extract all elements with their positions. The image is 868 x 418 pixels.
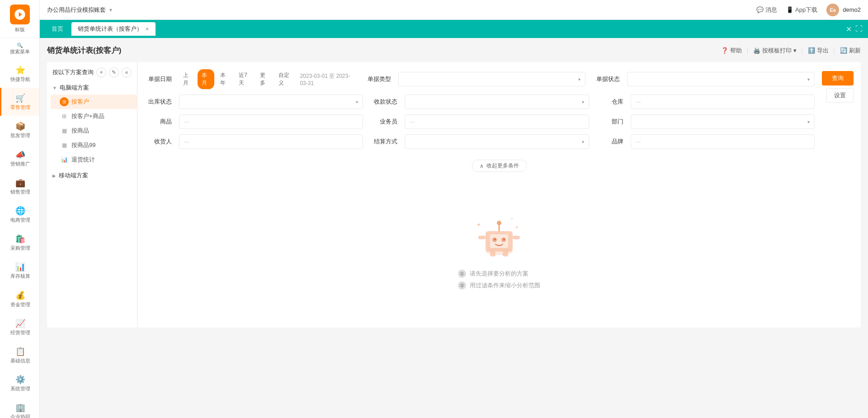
out-status-field[interactable]: ▾ [179, 95, 363, 109]
user-info[interactable]: Ea demo2 [826, 4, 861, 16]
message-action[interactable]: 💬 消息 [756, 6, 777, 14]
empty-hint-2: ② 用过滤条件来缩小分析范围 [458, 281, 540, 290]
tree-mobile-parent[interactable]: ▶ 移动端方案 [47, 169, 137, 182]
search-label: 搜索菜单 [2, 48, 38, 55]
tab-home[interactable]: 首页 [45, 22, 70, 36]
brand-label: 品牌 [596, 138, 623, 146]
help-icon: ❓ [721, 47, 728, 54]
return-stat-icon: 📊 [60, 155, 69, 164]
edit-scheme-btn[interactable]: ✎ [109, 67, 119, 77]
divider-1 [747, 47, 748, 54]
tab-close-window-btn[interactable]: ✕ [846, 25, 852, 33]
retail-icon: 🛒 [15, 93, 25, 103]
marketing-label: 营销推广 [10, 161, 30, 167]
order-status-field[interactable]: ▾ [627, 72, 815, 86]
warehouse-field[interactable]: ··· [631, 95, 815, 109]
department-field[interactable]: ▾ [631, 114, 815, 129]
sidebar-item-quicknav[interactable]: ⭐ 快捷导航 [0, 60, 39, 88]
app-download-label: App下载 [795, 6, 817, 14]
print-action[interactable]: 🖨️ 按模板打印 ▾ [753, 47, 797, 55]
top-header: 办公用品行业模拟账套 ▾ 💬 消息 📱 App下载 Ea demo2 [40, 0, 868, 20]
brand-field[interactable]: ··· [631, 134, 815, 149]
salesperson-field[interactable]: ··· [405, 114, 589, 129]
goods-field[interactable]: ··· [179, 114, 363, 129]
export-action[interactable]: ⬆️ 导出 [808, 47, 829, 55]
sidebar-item-marketing[interactable]: 📣 营销推广 [0, 144, 39, 172]
empty-state: ✦ ✦ ✦ ① 请先选择要分析的方案 ② [145, 179, 854, 320]
date-btn-custom[interactable]: 自定义 [274, 69, 296, 89]
tree-child-by-customer-goods[interactable]: ⊞ 按客户+商品 [51, 109, 137, 124]
tree-child-by-goods-99[interactable]: ▦ 按商品99 [51, 138, 137, 152]
setting-button[interactable]: 设置 [826, 88, 854, 103]
warehouse-dots[interactable]: ··· [636, 98, 641, 105]
main-area: 办公用品行业模拟账套 ▾ 💬 消息 📱 App下载 Ea demo2 首页 销货… [40, 0, 868, 418]
sidebar-item-finance[interactable]: 💰 资金管理 [0, 285, 39, 313]
svg-point-8 [497, 221, 501, 225]
quicknav-label: 快捷导航 [10, 76, 30, 82]
sidebar-search-item[interactable]: 🔍 搜索菜单 [0, 38, 39, 60]
filter-row-2: 出库状态 ▾ 收款状态 ▾ 仓库 [145, 95, 815, 109]
date-btn-last-month[interactable]: 上月 [179, 69, 196, 89]
date-btn-more[interactable]: 更多 [256, 69, 273, 89]
sidebar-item-retail[interactable]: 🛒 零售管理 [0, 88, 39, 116]
header-dropdown-icon[interactable]: ▾ [109, 7, 112, 13]
filter-row-3: 商品 ··· 业务员 ··· 部门 [145, 114, 815, 129]
tree-group-mobile: ▶ 移动端方案 [47, 169, 137, 182]
order-type-field[interactable]: ▾ [398, 72, 586, 86]
sidebar-item-system[interactable]: ⚙️ 系统管理 [0, 369, 39, 397]
sidebar-item-wholesale[interactable]: 📦 批发管理 [0, 116, 39, 144]
help-label: 帮助 [730, 47, 742, 55]
help-action[interactable]: ❓ 帮助 [721, 47, 742, 55]
sidebar-item-ecommerce[interactable]: 🌐 电商管理 [0, 200, 39, 228]
sidebar-item-enterprise[interactable]: 🏢 企业协同 [0, 397, 39, 418]
date-btn-7days[interactable]: 近7天 [235, 69, 254, 89]
order-type-label: 单据类型 [364, 75, 391, 83]
brand-dots[interactable]: ··· [636, 138, 641, 145]
tree-desktop-parent[interactable]: ▼ 电脑端方案 [47, 81, 137, 95]
tab-close-icon[interactable]: ✕ [145, 26, 149, 32]
page-header: 销货单统计表(按客户) ❓ 帮助 🖨️ 按模板打印 ▾ ⬆️ [47, 45, 861, 56]
refresh-label: 刷新 [849, 47, 861, 55]
collection-status-field[interactable]: ▾ [405, 95, 589, 109]
collection-status-arrow: ▾ [582, 100, 584, 104]
receiver-field[interactable]: ··· [179, 134, 363, 149]
refresh-icon: 🔄 [840, 47, 847, 54]
app-download-action[interactable]: 📱 App下载 [786, 6, 817, 14]
tab-sales-stat[interactable]: 销货单统计表（按客户） ✕ [71, 22, 156, 36]
order-status-arrow: ▾ [807, 77, 810, 82]
tree-child-return-stat[interactable]: 📊 退货统计 [51, 152, 137, 167]
tab-maximize-btn[interactable]: ⛶ [855, 25, 863, 33]
receiver-dots[interactable]: ··· [184, 138, 189, 145]
logo-text: 标版 [15, 26, 25, 33]
svg-text:✦: ✦ [476, 222, 481, 228]
query-button[interactable]: 查询 [822, 71, 854, 86]
payment-field[interactable]: ▾ [405, 134, 589, 149]
query-btn-group: 查询 设置 [822, 69, 854, 103]
salesperson-dots[interactable]: ··· [410, 118, 415, 125]
tree-arrow-right: ▶ [52, 173, 56, 178]
by-goods-99-label: 按商品99 [71, 141, 95, 149]
message-icon: 💬 [756, 6, 764, 13]
add-scheme-btn[interactable]: + [96, 67, 106, 77]
collapse-panel-btn[interactable]: « [122, 67, 132, 77]
tree-child-by-customer[interactable]: 按 按客户 [51, 95, 137, 109]
sidebar-item-purchase[interactable]: 🛍️ 采购管理 [0, 228, 39, 256]
sidebar-item-inventory[interactable]: 📊 库存核算 [0, 256, 39, 285]
refresh-action[interactable]: 🔄 刷新 [840, 47, 861, 55]
avatar: Ea [826, 4, 839, 16]
sidebar-item-sales[interactable]: 💼 销售管理 [0, 172, 39, 200]
goods-dots[interactable]: ··· [184, 118, 189, 125]
left-panel-actions: + ✎ « [96, 67, 132, 77]
by-customer-goods-icon: ⊞ [60, 112, 69, 121]
sidebar-item-operations[interactable]: 📈 经营管理 [0, 313, 39, 341]
svg-rect-9 [478, 236, 486, 239]
date-btn-this-year[interactable]: 本年 [216, 69, 233, 89]
operations-icon: 📈 [15, 318, 25, 328]
print-dropdown-icon: ▾ [793, 47, 797, 54]
left-panel-header: 按以下方案查询 + ✎ « [47, 67, 137, 81]
collapse-button[interactable]: ∧ 收起更多条件 [472, 160, 527, 172]
tree-child-by-goods[interactable]: ▦ 按商品 [51, 124, 137, 138]
sidebar-item-basic[interactable]: 📋 基础信息 [0, 341, 39, 369]
date-btn-this-month[interactable]: 本月 [198, 69, 214, 89]
marketing-icon: 📣 [15, 150, 25, 160]
